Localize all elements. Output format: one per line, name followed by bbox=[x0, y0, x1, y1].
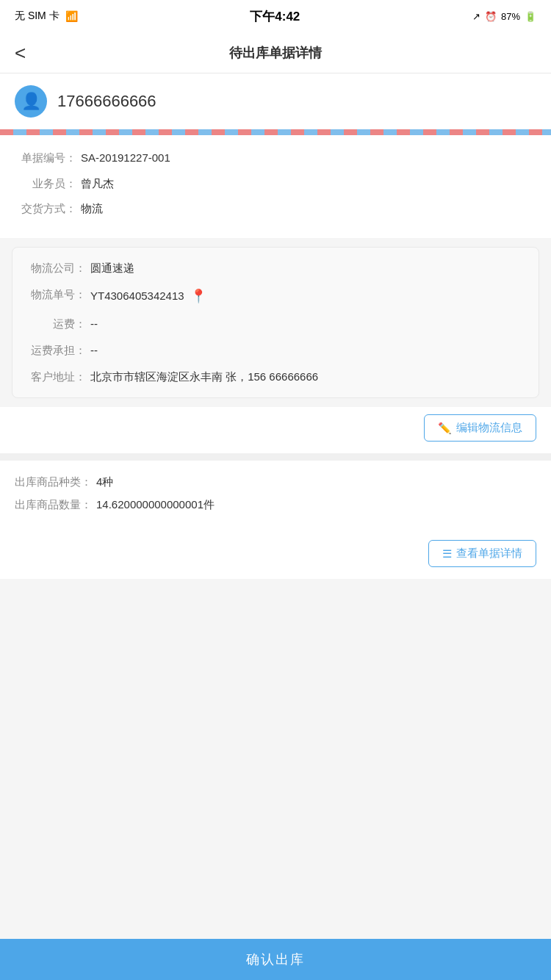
back-button[interactable]: < bbox=[15, 43, 26, 62]
logistics-company-label: 物流公司： bbox=[24, 259, 90, 277]
carrier-text: 无 SIM 卡 bbox=[15, 10, 60, 23]
goods-type-value: 4种 bbox=[96, 475, 113, 489]
order-no-label: 单据编号： bbox=[15, 150, 81, 167]
wifi-icon: 📶 bbox=[65, 10, 78, 22]
alarm-status-icon: ⏰ bbox=[485, 11, 497, 22]
order-no-row: 单据编号： SA-20191227-001 bbox=[15, 150, 536, 167]
goods-section: 出库商品种类： 4种 出库商品数量： 14.620000000000001件 bbox=[0, 461, 551, 533]
edit-btn-row: ✏️ 编辑物流信息 bbox=[0, 407, 551, 453]
location-status-icon: ↗ bbox=[472, 11, 480, 22]
nav-title: 待出库单据详情 bbox=[229, 44, 322, 62]
freight-value: -- bbox=[90, 315, 527, 333]
view-detail-icon: ☰ bbox=[442, 547, 452, 561]
delivery-method-row: 交货方式： 物流 bbox=[15, 201, 536, 217]
status-bar: 无 SIM 卡 📶 下午4:42 ↗ ⏰ 87% 🔋 bbox=[0, 0, 551, 32]
status-carrier: 无 SIM 卡 📶 bbox=[15, 10, 78, 23]
tracking-no-text: YT4306405342413 bbox=[90, 287, 184, 305]
tracking-no-value-container: YT4306405342413 📍 bbox=[90, 286, 527, 307]
customer-header: 👤 17666666666 bbox=[0, 73, 551, 129]
freight-bearer-value: -- bbox=[90, 342, 527, 359]
avatar: 👤 bbox=[15, 85, 47, 118]
section-divider-1 bbox=[0, 453, 551, 461]
edit-icon: ✏️ bbox=[438, 422, 452, 435]
logistics-card: 物流公司： 圆通速递 物流单号： YT4306405342413 📍 运费： -… bbox=[12, 247, 539, 399]
confirm-btn-container[interactable]: 确认出库 bbox=[0, 939, 551, 980]
order-no-value: SA-20191227-001 bbox=[81, 150, 536, 167]
order-info-section: 单据编号： SA-20191227-001 业务员： 曾凡杰 交货方式： 物流 bbox=[0, 135, 551, 238]
goods-quantity-value: 14.620000000000001件 bbox=[96, 498, 215, 512]
freight-bearer-label: 运费承担： bbox=[24, 342, 90, 359]
battery-icon: 🔋 bbox=[525, 11, 536, 22]
delivery-method-label: 交货方式： bbox=[15, 201, 81, 217]
confirm-btn-text: 确认出库 bbox=[246, 951, 305, 968]
goods-type-row: 出库商品种类： 4种 bbox=[15, 475, 536, 489]
view-detail-label: 查看单据详情 bbox=[456, 547, 522, 561]
goods-quantity-row: 出库商品数量： 14.620000000000001件 bbox=[15, 498, 536, 512]
status-indicators: ↗ ⏰ 87% 🔋 bbox=[472, 11, 536, 22]
edit-logistics-button[interactable]: ✏️ 编辑物流信息 bbox=[424, 414, 536, 442]
edit-btn-label: 编辑物流信息 bbox=[456, 421, 522, 435]
nav-bar: < 待出库单据详情 bbox=[0, 32, 551, 73]
tracking-location-icon[interactable]: 📍 bbox=[190, 286, 206, 307]
sales-person-value: 曾凡杰 bbox=[81, 176, 536, 192]
freight-label: 运费： bbox=[24, 315, 90, 333]
bottom-area bbox=[0, 579, 551, 696]
tracking-no-row: 物流单号： YT4306405342413 📍 bbox=[24, 286, 527, 307]
logistics-company-row: 物流公司： 圆通速递 bbox=[24, 259, 527, 277]
address-value: 北京市市辖区海淀区永丰南 张，156 66666666 bbox=[90, 368, 527, 386]
battery-text: 87% bbox=[501, 11, 520, 22]
goods-quantity-label: 出库商品数量： bbox=[15, 498, 96, 512]
logistics-company-value: 圆通速递 bbox=[90, 259, 527, 277]
avatar-icon: 👤 bbox=[21, 92, 41, 111]
freight-row: 运费： -- bbox=[24, 315, 527, 333]
sales-person-row: 业务员： 曾凡杰 bbox=[15, 176, 536, 192]
sales-person-label: 业务员： bbox=[15, 176, 81, 192]
view-detail-button[interactable]: ☰ 查看单据详情 bbox=[428, 540, 536, 567]
delivery-method-value: 物流 bbox=[81, 201, 536, 217]
address-label: 客户地址： bbox=[24, 368, 90, 386]
status-time: 下午4:42 bbox=[250, 8, 300, 25]
freight-bearer-row: 运费承担： -- bbox=[24, 342, 527, 359]
dashed-divider bbox=[0, 129, 551, 135]
address-row: 客户地址： 北京市市辖区海淀区永丰南 张，156 66666666 bbox=[24, 368, 527, 386]
view-detail-row: ☰ 查看单据详情 bbox=[0, 533, 551, 579]
tracking-no-label: 物流单号： bbox=[24, 286, 90, 303]
goods-type-label: 出库商品种类： bbox=[15, 475, 96, 489]
customer-phone: 17666666666 bbox=[57, 92, 156, 111]
